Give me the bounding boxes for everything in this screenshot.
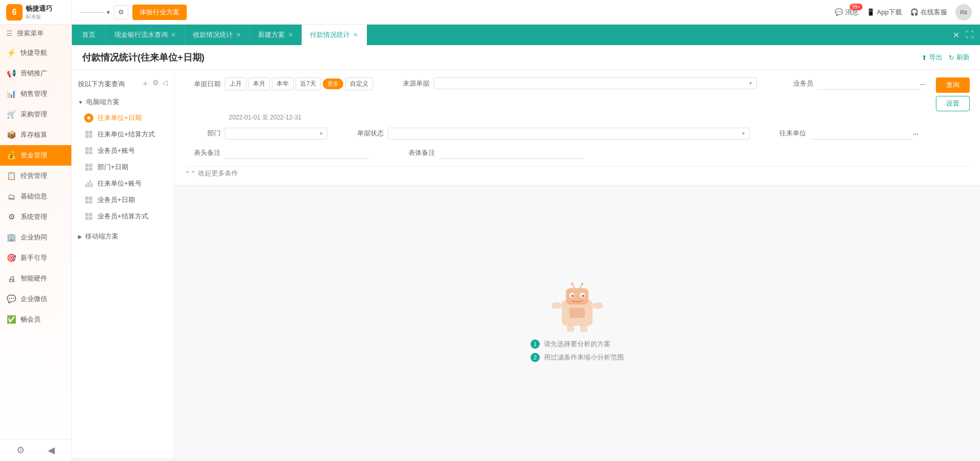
sidebar-item-member[interactable]: ✅ 畅会员 (0, 309, 71, 330)
online-service-label: 在线客服 (920, 8, 947, 17)
empty-tips: 1 请先选择要分析的方案 2 用过滤条件来缩小分析范围 (531, 339, 624, 362)
more-date-btn[interactable]: 更多 (323, 78, 343, 89)
tab-payment-stats[interactable]: 付款情况统计 ✕ (302, 25, 367, 45)
gear-icon: ⚙ (118, 8, 124, 16)
svg-rect-8 (567, 325, 574, 332)
grid-icon (84, 146, 93, 155)
settings-scheme-icon[interactable]: ⚙ (152, 78, 159, 89)
sidebar-item-enterprise[interactable]: 🏢 企业协同 (0, 227, 71, 248)
sidebar-item-label: 销售管理 (21, 89, 47, 98)
tab-new-scheme[interactable]: 新建方案 ✕ (250, 25, 302, 45)
empty-illustration: 1 请先选择要分析的方案 2 用过滤条件来缩小分析范围 (531, 282, 624, 362)
sidebar-item-purchase[interactable]: 🛒 采购管理 (0, 104, 71, 125)
sidebar-item-basic-info[interactable]: 🗂 基础信息 (0, 186, 71, 207)
page-title: 付款情况统计(往来单位+日期) (82, 51, 205, 64)
tab-label: 收款情况统计 (193, 30, 233, 39)
sidebar-nav: ⚡ 快捷导航 📢 营销推广 📊 销售管理 🛒 采购管理 📦 库存核算 💰 资金管… (0, 43, 71, 439)
vendor-dots-btn[interactable]: ··· (913, 130, 918, 137)
body-note-input[interactable] (439, 147, 583, 159)
empty-tip-2: 2 用过滤条件来缩小分析范围 (531, 353, 624, 362)
online-service-btn[interactable]: 🎧 在线客服 (910, 8, 947, 17)
sidebar-item-marketing[interactable]: 📢 营销推广 (0, 63, 71, 84)
message-badge: 99+ (850, 4, 863, 10)
collapse-up-icon: ⌃⌃ (185, 170, 196, 177)
tab-close-icon[interactable]: ✕ (171, 31, 176, 38)
svg-rect-9 (580, 325, 587, 332)
sidebar-item-sales[interactable]: 📊 销售管理 (0, 84, 71, 104)
user-avatar[interactable]: Rit (955, 4, 972, 21)
header-note-input[interactable] (225, 147, 368, 159)
topbar-settings-btn[interactable]: ⚙ (114, 5, 128, 19)
scheme-item-vendor-date[interactable]: 往来单位+日期 (72, 110, 174, 126)
export-btn[interactable]: ⬆ 导出 (922, 53, 943, 62)
scheme-section-mobile: ▶ 移动端方案 (72, 229, 174, 244)
sidebar-item-system[interactable]: ⚙ 系统管理 (0, 207, 71, 227)
tab-receipt-stats[interactable]: 收款情况统计 ✕ (185, 25, 250, 45)
settings-bottom-icon[interactable]: ⚙ (16, 445, 25, 456)
message-btn[interactable]: 💬 消息 99+ (835, 8, 858, 17)
sidebar-item-funds[interactable]: 💰 资金管理 (0, 145, 71, 166)
search-menu-item[interactable]: ☰ 搜索菜单 (0, 25, 71, 43)
svg-point-13 (581, 283, 583, 285)
tab-bank-flow[interactable]: 现金银行流水查询 ✕ (106, 25, 185, 45)
scheme-item-label: 往来单位+日期 (97, 113, 142, 123)
sidebar-item-quick-nav[interactable]: ⚡ 快捷导航 (0, 43, 71, 63)
page-header: 付款情况统计(往来单位+日期) ⬆ 导出 ↻ 刷新 (72, 45, 980, 70)
collapse-filter-btn[interactable]: ⌃⌃ 收起更多条件 (185, 169, 970, 178)
tab-close-icon[interactable]: ✕ (236, 31, 241, 38)
collapse-left-panel-icon[interactable]: ◁ (162, 78, 168, 89)
scheme-item-staff-date[interactable]: 业务员+日期 (72, 192, 174, 208)
tabbar: 首页 现金银行流水查询 ✕ 收款情况统计 ✕ 新建方案 ✕ 付款情况统计 ✕ ✕… (72, 25, 980, 45)
close-all-tabs-btn[interactable]: ✕ (951, 28, 962, 42)
app-logo: 6 畅捷通巧 标准版 (0, 0, 71, 25)
query-btn[interactable]: 查询 (936, 77, 970, 93)
refresh-btn[interactable]: ↻ 刷新 (949, 53, 970, 62)
message-icon: 💬 (835, 8, 843, 16)
setting-btn[interactable]: 设置 (936, 96, 970, 111)
staff-dots-btn[interactable]: ··· (920, 80, 926, 88)
vendor-input[interactable] (810, 127, 913, 139)
tab-close-icon[interactable]: ✕ (288, 31, 293, 38)
expand-tabs-btn[interactable]: ⛶ (964, 28, 976, 42)
svg-line-10 (572, 284, 575, 288)
service-icon: 🎧 (910, 8, 918, 16)
app-name: 畅捷通巧 (26, 4, 52, 13)
scheme-item-vendor-account[interactable]: 往来单位+账号 (72, 175, 174, 192)
dept-select[interactable]: ▾ (225, 128, 327, 139)
guide-icon: 🎯 (6, 253, 16, 263)
scheme-section-pc-title[interactable]: ▼ 电脑端方案 (72, 94, 174, 110)
collapse-sidebar-icon[interactable]: ◀ (48, 445, 55, 456)
source-select[interactable]: ▾ (434, 77, 757, 89)
active-item-icon (84, 113, 93, 123)
last-7-days-btn[interactable]: 近7天 (296, 77, 321, 90)
topbar: ———— ▾ ⚙ 体验行业方案 💬 消息 99+ 📱 App下载 🎧 在线客服 (72, 0, 980, 25)
this-year-btn[interactable]: 本年 (272, 77, 293, 90)
scheme-item-vendor-settle[interactable]: 往来单位+结算方式 (72, 126, 174, 143)
sidebar-item-corp-wechat[interactable]: 💬 企业微信 (0, 289, 71, 309)
scheme-query-label: 按以下方案查询 (78, 79, 125, 89)
sidebar-item-label: 经营管理 (21, 171, 47, 181)
sidebar-item-guide[interactable]: 🎯 新手引导 (0, 248, 71, 268)
sidebar-item-smart-hw[interactable]: 🖨 智能硬件 (0, 268, 71, 289)
this-month-btn[interactable]: 本月 (248, 77, 270, 90)
dept-label: 部门 (185, 129, 221, 138)
sidebar-item-operations[interactable]: 📋 经营管理 (0, 166, 71, 186)
staff-input[interactable] (817, 77, 920, 90)
voucher-status-select[interactable]: ▾ (388, 128, 750, 139)
scheme-item-staff-settle[interactable]: 业务员+结算方式 (72, 208, 174, 225)
last-month-btn[interactable]: 上月 (225, 77, 246, 90)
header-note-label: 表头备注 (185, 148, 221, 157)
svg-rect-6 (552, 303, 562, 309)
topbar-breadcrumb-dropdown[interactable]: ———— ▾ (80, 9, 110, 16)
tab-home[interactable]: 首页 (72, 25, 106, 45)
sidebar-item-inventory[interactable]: 📦 库存核算 (0, 125, 71, 145)
scheme-item-staff-account[interactable]: 业务员+账号 (72, 143, 174, 159)
tab-close-icon[interactable]: ✕ (353, 31, 358, 38)
scheme-section-mobile-title[interactable]: ▶ 移动端方案 (72, 229, 174, 244)
sidebar: 6 畅捷通巧 标准版 ☰ 搜索菜单 ⚡ 快捷导航 📢 营销推广 📊 销售管理 🛒… (0, 0, 72, 461)
scheme-item-dept-date[interactable]: 部门+日期 (72, 159, 174, 175)
trial-industry-btn[interactable]: 体验行业方案 (132, 5, 187, 20)
custom-date-btn[interactable]: 自定义 (345, 77, 373, 90)
app-download-btn[interactable]: 📱 App下载 (867, 8, 902, 17)
add-scheme-icon[interactable]: ＋ (141, 78, 149, 89)
